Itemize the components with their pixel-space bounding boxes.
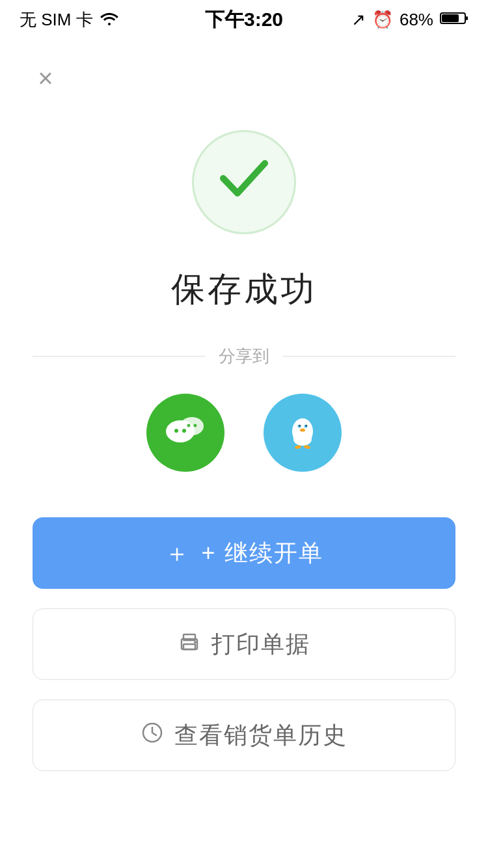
share-divider: 分享到 (33, 345, 455, 368)
history-label: 查看销货单历史 (174, 720, 347, 752)
svg-point-14 (306, 425, 307, 426)
svg-rect-21 (183, 644, 195, 649)
wechat-share-button[interactable] (146, 394, 224, 472)
divider-line-left (33, 356, 206, 357)
share-icons-row (0, 394, 488, 472)
print-label: 打印单据 (211, 629, 310, 660)
no-sim-text: 无 SIM 卡 (20, 8, 93, 31)
svg-point-6 (182, 429, 186, 433)
svg-point-8 (194, 424, 197, 427)
wifi-icon (100, 10, 119, 30)
print-button[interactable]: 打印单据 (33, 608, 455, 680)
success-section: 保存成功 (0, 104, 488, 338)
close-button[interactable]: × (26, 59, 65, 98)
svg-rect-2 (466, 16, 468, 20)
svg-point-7 (187, 424, 191, 427)
buttons-section: ＋ + 继续开单 打印单据 查看销货单历史 (0, 517, 488, 771)
share-label: 分享到 (219, 345, 269, 368)
plus-icon: ＋ (165, 537, 191, 570)
history-icon (141, 721, 164, 750)
svg-point-16 (293, 433, 312, 446)
qq-share-button[interactable] (264, 394, 342, 472)
svg-point-13 (299, 425, 301, 426)
status-bar-right: ↗ ⏰ 68% (351, 10, 468, 30)
battery-icon (440, 10, 468, 30)
battery-text: 68% (400, 10, 433, 30)
share-divider-section: 分享到 (0, 345, 488, 368)
divider-line-right (282, 356, 455, 357)
close-btn-area: × (0, 39, 488, 104)
success-circle (192, 130, 296, 234)
continue-label: + 继续开单 (201, 537, 323, 569)
svg-point-5 (174, 429, 178, 433)
status-bar-left: 无 SIM 卡 (20, 8, 119, 31)
status-bar: 无 SIM 卡 下午3:20 ↗ ⏰ 68% (0, 0, 488, 39)
success-title: 保存成功 (171, 267, 317, 312)
close-icon: × (38, 65, 53, 91)
checkmark-icon (218, 156, 270, 210)
alarm-icon: ⏰ (372, 10, 393, 30)
printer-icon (178, 630, 201, 658)
svg-rect-1 (442, 14, 459, 22)
svg-point-15 (300, 429, 305, 432)
svg-point-22 (194, 641, 197, 644)
location-icon: ↗ (351, 10, 366, 30)
history-button[interactable]: 查看销货单历史 (33, 699, 455, 771)
continue-button[interactable]: ＋ + 继续开单 (33, 517, 455, 589)
status-bar-time: 下午3:20 (205, 7, 283, 33)
